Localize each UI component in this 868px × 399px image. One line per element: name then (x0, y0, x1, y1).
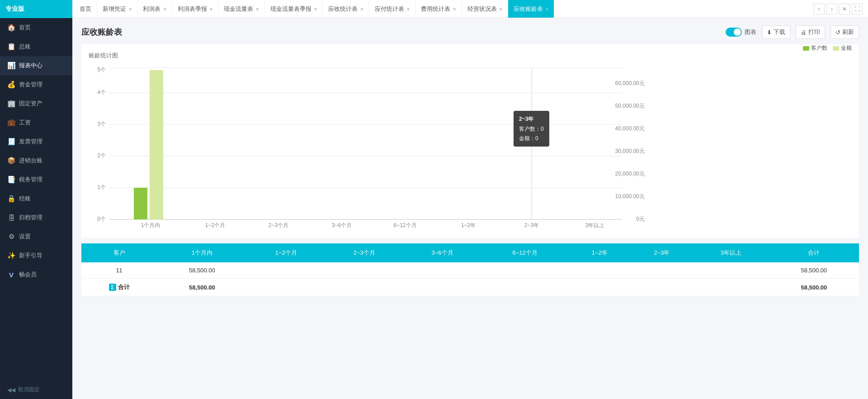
archive-icon: 🗄 (7, 214, 15, 222)
tab-prev-button[interactable]: ‹ (814, 4, 825, 14)
refresh-button[interactable]: ↺ 刷新 (830, 25, 859, 39)
legend-customers-label: 客户数 (811, 44, 827, 52)
col-y2: 1~2年 (568, 243, 631, 262)
closing-icon: 🔒 (7, 195, 15, 203)
svg-text:1个: 1个 (97, 184, 106, 190)
sidebar-item-label: 总账 (19, 43, 31, 51)
total-over (693, 279, 769, 296)
tab-profit[interactable]: 利润表 × (137, 0, 172, 18)
total-m1: 58,500.00 (157, 279, 247, 296)
sidebar-item-label: 税务管理 (19, 176, 42, 184)
close-profit-quarter-tab[interactable]: × (210, 6, 212, 12)
sidebar-item-archive[interactable]: 🗄 归档管理 (0, 208, 72, 227)
tab-ap-stats[interactable]: 应付统计表 × (369, 0, 415, 18)
close-profit-tab[interactable]: × (163, 6, 166, 12)
tab-profit-quarter[interactable]: 利润表季报 × (172, 0, 218, 18)
sidebar-item-label: 归档管理 (19, 214, 42, 222)
bar-m1-customers (134, 188, 147, 219)
sidebar-item-label: 畅会员 (19, 271, 37, 279)
home-icon: 🏠 (7, 24, 15, 32)
total-total: 58,500.00 (769, 279, 859, 296)
col-m3: 2~3个月 (325, 243, 403, 262)
sidebar-item-guide[interactable]: ✨ 新手引导 (0, 246, 72, 265)
sidebar-item-assets[interactable]: 🏢 固定资产 (0, 94, 72, 113)
sidebar-item-reports[interactable]: 📊 报表中心 (0, 56, 72, 75)
close-ar-stats-tab[interactable]: × (360, 6, 363, 12)
sidebar-item-label: 设置 (19, 233, 31, 241)
main-content: 首页 新增凭证 × 利润表 × 利润表季报 × 现金流量表 × 现金流量表季报 … (72, 0, 868, 399)
svg-text:30,000.00元: 30,000.00元 (615, 148, 645, 154)
sidebar-item-label: 工资 (19, 119, 31, 127)
sidebar-pin-toggle[interactable]: ◀◀ 取消固定 (0, 380, 72, 399)
tab-controls: ‹ › ✕ ⛶ (810, 4, 866, 14)
tab-fullscreen-button[interactable]: ⛶ (852, 4, 863, 14)
tab-expense-stats[interactable]: 费用统计表 × (415, 0, 462, 18)
refresh-icon: ↺ (835, 29, 840, 36)
cell-m1: 58,500.00 (157, 262, 247, 279)
tab-cashflow[interactable]: 现金流量表 × (218, 0, 264, 18)
close-voucher-tab[interactable]: × (129, 6, 132, 12)
tab-ar-stats[interactable]: 应收统计表 × (323, 0, 369, 18)
cell-m6 (403, 262, 481, 279)
cell-total: 58,500.00 (769, 262, 859, 279)
chart-wrapper: 0个 1个 2个 3个 4个 5个 0元 10,000.00元 20,000.0… (89, 63, 852, 231)
sidebar-item-label: 首页 (19, 24, 31, 32)
total-icon: Σ (109, 284, 116, 291)
close-ar-aging-tab[interactable]: × (546, 6, 548, 12)
sidebar-item-settings[interactable]: ⚙ 设置 (0, 227, 72, 246)
sidebar-item-label: 资金管理 (19, 81, 42, 89)
sidebar-item-home[interactable]: 🏠 首页 (0, 18, 72, 37)
sidebar-item-invoice[interactable]: 🧾 发票管理 (0, 132, 72, 151)
app-logo: 专业版 (0, 0, 72, 18)
chart-toggle[interactable] (726, 28, 742, 37)
sidebar-item-closing[interactable]: 🔒 结账 (0, 189, 72, 208)
cell-over (693, 262, 769, 279)
svg-text:3年以上: 3年以上 (585, 222, 605, 228)
print-icon: 🖨 (801, 29, 807, 36)
svg-text:10,000.00元: 10,000.00元 (615, 193, 645, 200)
tab-biz-status[interactable]: 经营状况表 × (462, 0, 508, 18)
sidebar-item-label: 进销台账 (19, 157, 42, 165)
total-m12 (481, 279, 568, 296)
sidebar-item-tax[interactable]: 📑 税务管理 (0, 170, 72, 189)
download-button[interactable]: ⬇ 下载 (762, 25, 790, 39)
tab-cashflow-quarter[interactable]: 现金流量表季报 × (265, 0, 323, 18)
svg-text:60,000.00元: 60,000.00元 (615, 80, 645, 86)
sidebar-item-payroll[interactable]: 💼 工资 (0, 113, 72, 132)
guide-icon: ✨ (7, 252, 15, 260)
payroll-icon: 💼 (7, 119, 15, 127)
sidebar-item-member[interactable]: V 畅会员 (0, 265, 72, 284)
col-m6: 3~6个月 (403, 243, 481, 262)
close-expense-stats-tab[interactable]: × (453, 6, 456, 12)
sidebar: 专业版 🏠 首页 📋 总账 📊 报表中心 💰 资金管理 🏢 固定资产 💼 工资 … (0, 0, 72, 399)
close-cashflow-quarter-tab[interactable]: × (314, 6, 317, 12)
close-cashflow-tab[interactable]: × (256, 6, 259, 12)
tab-home[interactable]: 首页 (74, 0, 97, 18)
close-ap-stats-tab[interactable]: × (407, 6, 410, 12)
cell-m12 (481, 262, 568, 279)
total-y3 (631, 279, 693, 296)
tab-ar-aging[interactable]: 应收账龄表 × (508, 0, 554, 18)
svg-text:6~12个月: 6~12个月 (393, 222, 416, 228)
tab-next-button[interactable]: › (826, 4, 837, 14)
close-biz-status-tab[interactable]: × (500, 6, 502, 12)
cell-m2 (247, 262, 325, 279)
funds-icon: 💰 (7, 81, 15, 89)
print-button[interactable]: 🖨 打印 (796, 25, 825, 39)
tab-voucher[interactable]: 新增凭证 × (97, 0, 137, 18)
ar-aging-table: 客户 1个月内 1~2个月 2~3个月 3~6个月 6~12个月 1~2年 2~… (81, 243, 859, 296)
sidebar-item-inventory[interactable]: 📦 进销台账 (0, 151, 72, 170)
ledger-icon: 📋 (7, 43, 15, 51)
tab-bar-inner: 首页 新增凭证 × 利润表 × 利润表季报 × 现金流量表 × 现金流量表季报 … (74, 0, 810, 18)
chart-container: 账龄统计图 客户数 金额 0个 1个 2个 3个 4个 (81, 44, 859, 238)
svg-text:5个: 5个 (97, 66, 106, 73)
legend-customers: 客户数 (803, 44, 827, 52)
svg-text:2个: 2个 (97, 152, 106, 159)
tab-close-all-button[interactable]: ✕ (839, 4, 850, 14)
sidebar-item-funds[interactable]: 💰 资金管理 (0, 75, 72, 94)
reports-icon: 📊 (7, 62, 15, 70)
page-actions: 图表 ⬇ 下载 🖨 打印 ↺ 刷新 (726, 25, 859, 39)
total-m3 (325, 279, 403, 296)
svg-text:3个: 3个 (97, 121, 106, 127)
sidebar-item-ledger[interactable]: 📋 总账 (0, 37, 72, 56)
